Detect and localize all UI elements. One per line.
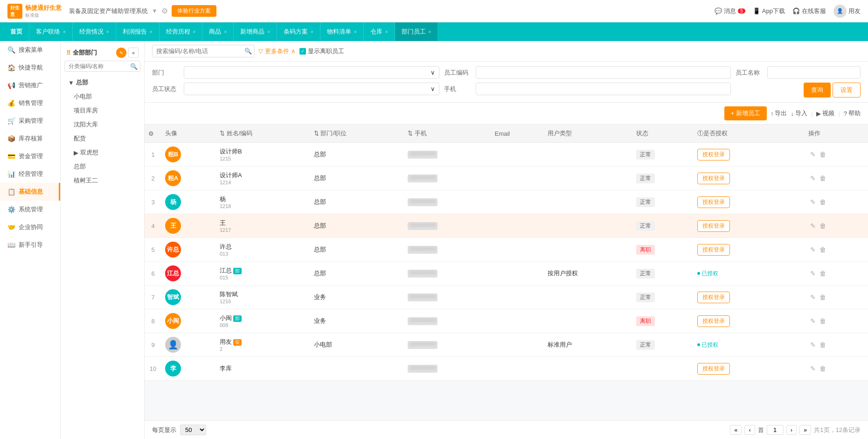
- edit-button[interactable]: ✎: [808, 316, 818, 326]
- tab-home[interactable]: 首页: [4, 22, 29, 41]
- row-auth[interactable]: 授权登录: [694, 214, 787, 238]
- edit-button[interactable]: ✎: [808, 364, 818, 373]
- video-button[interactable]: ▶ 视频: [816, 109, 834, 118]
- row-auth[interactable]: 授权登录: [694, 143, 787, 167]
- row-auth[interactable]: 授权登录: [694, 357, 787, 381]
- col-dept[interactable]: ⇅ 部门/职位: [310, 125, 404, 143]
- sidebar-item-marketing[interactable]: 📢 营销推广: [0, 77, 60, 94]
- try-plan-button[interactable]: 体验行业方案: [172, 5, 216, 17]
- sidebar-item-system[interactable]: ⚙️ 系统管理: [0, 201, 60, 218]
- tab-customer[interactable]: 客户联络 ×: [29, 22, 73, 41]
- row-auth[interactable]: 授权登录: [694, 238, 787, 262]
- search-submit-icon[interactable]: 🔍: [244, 48, 252, 55]
- tab-dept-employee[interactable]: 部门员工 ×: [395, 22, 438, 41]
- edit-button[interactable]: ✎: [808, 197, 818, 207]
- close-icon[interactable]: ×: [63, 29, 66, 35]
- dropdown-icon[interactable]: ▼: [152, 7, 158, 14]
- edit-button[interactable]: ✎: [808, 293, 818, 302]
- edit-button[interactable]: ✎: [808, 221, 818, 230]
- show-resigned-toggle[interactable]: ✓ 显示离职员工: [299, 47, 344, 56]
- sidebar-item-search[interactable]: 🔍 搜索菜单: [0, 41, 60, 59]
- auth-login-button[interactable]: 授权登录: [697, 173, 730, 184]
- close-icon[interactable]: ×: [385, 29, 388, 35]
- dept-node-project[interactable]: 项目库房: [61, 104, 144, 118]
- tab-profit[interactable]: 利润报告 ×: [116, 22, 160, 41]
- query-button[interactable]: 查询: [804, 83, 831, 98]
- delete-button[interactable]: 🗑: [818, 221, 828, 230]
- show-resigned-checkbox[interactable]: ✓: [299, 48, 306, 55]
- filter-phone-input[interactable]: [476, 83, 731, 95]
- row-auth[interactable]: 授权登录: [694, 286, 787, 309]
- dept-node-shuanghu[interactable]: ▶ 双虎想: [61, 146, 144, 160]
- add-employee-button[interactable]: + 新增员工: [724, 106, 767, 120]
- edit-button[interactable]: ✎: [808, 150, 818, 159]
- row-auth[interactable]: 已授权: [694, 333, 787, 357]
- prev-page-button[interactable]: ‹: [744, 425, 755, 435]
- close-icon[interactable]: ×: [267, 29, 270, 35]
- dept-edit-button[interactable]: ✎: [116, 48, 126, 58]
- import-button[interactable]: ↓ 导入: [791, 109, 807, 118]
- edit-button[interactable]: ✎: [808, 245, 818, 254]
- auth-login-button[interactable]: 授权登录: [697, 196, 730, 208]
- online-support-button[interactable]: 🎧 在线客服: [792, 7, 826, 15]
- delete-button[interactable]: 🗑: [818, 245, 828, 254]
- sidebar-item-inventory[interactable]: 📦 库存核算: [0, 130, 60, 147]
- settings-icon[interactable]: ⚙: [161, 7, 168, 15]
- sidebar-item-finance[interactable]: 💳 资金管理: [0, 147, 60, 165]
- sidebar-item-collab[interactable]: 🤝 企业协同: [0, 218, 60, 236]
- dept-node-zongbu2[interactable]: 总部: [61, 160, 144, 174]
- page-size-select[interactable]: 50 100: [180, 425, 206, 435]
- tab-bom[interactable]: 物料清单 ×: [320, 22, 364, 41]
- edit-button[interactable]: ✎: [808, 269, 818, 278]
- close-icon[interactable]: ×: [311, 29, 313, 35]
- tab-warehouse[interactable]: 仓库 ×: [364, 22, 395, 41]
- auth-login-button[interactable]: 授权登录: [697, 315, 730, 327]
- row-auth[interactable]: 授权登录: [694, 190, 787, 214]
- more-filter-button[interactable]: ▽ 更多条件 ∧: [258, 47, 296, 56]
- delete-button[interactable]: 🗑: [818, 293, 828, 302]
- page-number-input[interactable]: [767, 425, 784, 435]
- delete-button[interactable]: 🗑: [818, 316, 828, 326]
- auth-login-button[interactable]: 授权登录: [697, 292, 730, 303]
- edit-button[interactable]: ✎: [808, 340, 818, 349]
- filter-status-select[interactable]: ∨: [184, 83, 439, 95]
- first-page-button[interactable]: «: [730, 425, 742, 435]
- row-auth[interactable]: 已授权: [694, 262, 787, 286]
- dept-node-zhishu[interactable]: 植树王二: [61, 174, 144, 188]
- col-name[interactable]: ⇅ 姓名/编码: [216, 125, 310, 143]
- last-page-button[interactable]: »: [799, 425, 811, 435]
- filter-dept-select[interactable]: ∨: [184, 66, 439, 79]
- gear-icon[interactable]: ⚙: [148, 130, 154, 137]
- close-icon[interactable]: ×: [150, 29, 153, 35]
- sidebar-item-sales[interactable]: 💰 销售管理: [0, 94, 60, 112]
- auth-login-button[interactable]: 授权登录: [697, 244, 730, 256]
- close-icon[interactable]: ×: [354, 29, 357, 35]
- app-download-button[interactable]: 📱 App下载: [753, 7, 785, 15]
- dept-search-input[interactable]: [64, 61, 140, 72]
- delete-button[interactable]: 🗑: [818, 364, 828, 373]
- delete-button[interactable]: 🗑: [818, 150, 828, 159]
- auth-login-button[interactable]: 授权登录: [697, 149, 730, 160]
- tab-barcode[interactable]: 条码方案 ×: [277, 22, 320, 41]
- sidebar-item-purchase[interactable]: 🛒 采购管理: [0, 112, 60, 130]
- help-button[interactable]: ? 帮助: [844, 109, 861, 118]
- dept-node-peihuo[interactable]: 配货: [61, 132, 144, 146]
- filter-empname-input[interactable]: [767, 66, 861, 79]
- close-icon[interactable]: ×: [193, 29, 196, 35]
- tab-history[interactable]: 经营历程 ×: [160, 22, 203, 41]
- edit-button[interactable]: ✎: [808, 174, 818, 183]
- auth-login-button[interactable]: 授权登录: [697, 363, 730, 375]
- export-button[interactable]: ↑ 导出: [771, 109, 787, 118]
- close-icon[interactable]: ×: [224, 29, 227, 35]
- filter-empcode-input[interactable]: [476, 66, 731, 79]
- delete-button[interactable]: 🗑: [818, 174, 828, 183]
- delete-button[interactable]: 🗑: [818, 197, 828, 207]
- tab-goods[interactable]: 商品 ×: [202, 22, 234, 41]
- set-button[interactable]: 设置: [833, 83, 861, 98]
- dept-node-xiaodian[interactable]: 小电部: [61, 90, 144, 104]
- tab-add-goods[interactable]: 新增商品 ×: [234, 22, 277, 41]
- sidebar-item-operations[interactable]: 📊 经营管理: [0, 165, 60, 183]
- delete-button[interactable]: 🗑: [818, 340, 828, 349]
- dept-collapse-button[interactable]: «: [128, 48, 139, 58]
- next-page-button[interactable]: ›: [786, 425, 797, 435]
